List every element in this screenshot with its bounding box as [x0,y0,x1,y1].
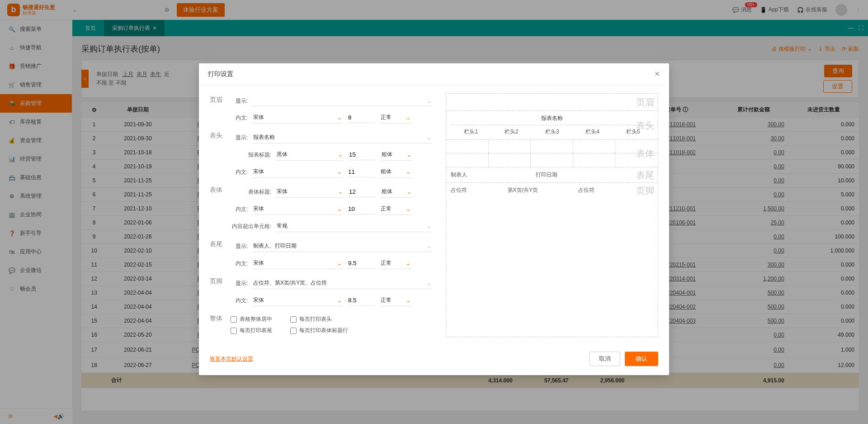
chevron-down-icon: ⌄ [337,206,342,212]
chevron-down-icon: ⌄ [406,297,410,304]
chevron-down-icon: ⌄ [406,206,410,212]
restore-defaults-link[interactable]: 恢复本页默认设置 [210,355,253,363]
footer-size-input[interactable] [347,295,375,306]
th-content-font-select[interactable]: 宋体⌄ [252,166,343,178]
section-header: 页眉 [210,93,231,104]
title-size-input[interactable] [348,149,376,160]
header-weight-select[interactable]: 正常⌄ [380,112,411,124]
chevron-down-icon: ⌄ [337,260,342,267]
print-preview: 页眉 报表名称 表头 栏头1栏头2栏头3栏头4栏头5 表体 制表人打印日期 [446,93,658,337]
th-content-size-input[interactable] [347,167,375,177]
tail-font-select[interactable]: 宋体⌄ [252,257,343,269]
check-tail-each[interactable]: 每页打印表尾 [231,327,272,334]
chevron-down-icon: ⌄ [406,169,410,175]
chevron-down-icon: ⌄ [406,260,410,267]
chevron-down-icon: ⌄ [407,152,411,158]
chevron-down-icon: ⌄ [427,134,431,141]
section-footer: 页脚 [210,275,231,286]
body-content-font-select[interactable]: 宋体⌄ [252,203,343,215]
chevron-down-icon: ⌄ [337,297,342,304]
chevron-down-icon: ⌄ [407,189,411,195]
title-weight-select[interactable]: 粗体⌄ [381,149,412,161]
body-content-size-input[interactable] [347,204,375,214]
chevron-down-icon: ⌄ [427,98,431,104]
tail-size-input[interactable] [347,258,375,269]
check-body-title-each[interactable]: 每页打印表体标题行 [290,327,348,334]
header-size-input[interactable] [347,112,375,123]
overflow-select[interactable]: 常规⌄ [276,220,432,232]
chevron-down-icon: ⌄ [338,152,343,158]
section-overall: 整体 [210,312,231,323]
chevron-down-icon: ⌄ [406,114,410,121]
chevron-down-icon: ⌄ [338,189,343,195]
body-title-size-input[interactable] [348,186,376,197]
footer-display-select[interactable]: 占位符、第X页/共Y页、占位符⌄ [252,277,432,289]
footer-weight-select[interactable]: 正常⌄ [380,295,411,306]
check-head-each[interactable]: 每页打印表头 [290,315,332,323]
modal-mask: 打印设置 ✕ 页眉 显示: ⌄ 内文: 宋体⌄ [0,0,868,424]
chevron-down-icon: ⌄ [337,169,342,175]
tablehead-display-select[interactable]: 报表名称⌄ [252,132,432,143]
tail-display-select[interactable]: 制表人、打印日期⌄ [252,240,432,252]
print-settings-modal: 打印设置 ✕ 页眉 显示: ⌄ 内文: 宋体⌄ [199,63,669,375]
footer-font-select[interactable]: 宋体⌄ [252,295,343,306]
title-font-select[interactable]: 黑体⌄ [276,149,344,161]
header-font-select[interactable]: 宋体⌄ [252,112,343,124]
cancel-button[interactable]: 取消 [590,352,620,366]
body-title-weight-select[interactable]: 粗体⌄ [381,186,412,198]
chevron-down-icon: ⌄ [427,280,431,286]
chevron-down-icon: ⌄ [427,223,431,229]
check-center[interactable]: 表格整体居中 [231,315,272,323]
chevron-down-icon: ⌄ [337,114,342,121]
header-display-select[interactable]: ⌄ [252,96,432,106]
close-icon[interactable]: ✕ [654,70,660,78]
chevron-down-icon: ⌄ [427,243,431,249]
section-tablebody: 表体 [210,183,231,194]
tail-weight-select[interactable]: 正常⌄ [380,257,411,269]
section-tabletail: 表尾 [210,238,231,248]
th-content-weight-select[interactable]: 粗体⌄ [380,166,411,178]
body-content-weight-select[interactable]: 正常⌄ [380,203,411,215]
modal-title: 打印设置 [208,70,233,78]
body-title-font-select[interactable]: 宋体⌄ [276,186,344,198]
confirm-button[interactable]: 确认 [625,352,658,366]
section-tablehead: 表头 [210,129,231,140]
